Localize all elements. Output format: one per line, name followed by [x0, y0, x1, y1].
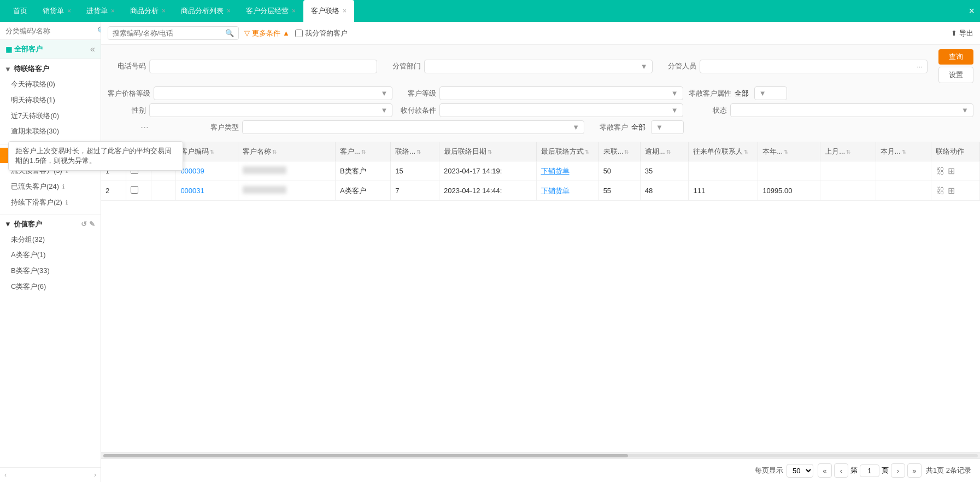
next-page-btn[interactable]: › [891, 463, 905, 478]
per-page-select[interactable]: 50 [787, 464, 813, 478]
sidebar-item-c-class[interactable]: C类客户(6) [0, 279, 101, 295]
sort-cust-icon[interactable]: ⇅ [361, 149, 366, 155]
sidebar-pending-section-title[interactable]: ▼ 待联络客户 [0, 61, 101, 77]
cust-level-select[interactable]: ▼ [439, 86, 683, 100]
dept-select[interactable]: ▼ [424, 60, 652, 73]
refresh-icon[interactable]: ↺ [81, 220, 87, 228]
settings-btn[interactable]: 设置 [938, 67, 973, 83]
manager-dots-icon: ··· [917, 62, 923, 71]
edit-icon[interactable]: ✎ [89, 220, 95, 228]
search-submit-icon[interactable]: 🔍 [221, 29, 238, 37]
filter-cust-level: 客户等级 ▼ [398, 86, 683, 100]
payment-select[interactable]: ▼ [439, 103, 683, 117]
action-link-icon[interactable]: ⛓ [936, 186, 944, 196]
sidebar-item-churned[interactable]: 已流失客户(24) ℹ [0, 179, 101, 195]
status-select[interactable]: ▼ [730, 103, 973, 117]
action-grid-icon[interactable]: ⊞ [948, 166, 955, 176]
retail-attr-select[interactable]: ▼ [754, 86, 787, 100]
sidebar-value-section-title[interactable]: ▼ 价值客户 ↺ ✎ [0, 217, 101, 232]
sort-company-icon[interactable]: ⇅ [744, 149, 748, 155]
sidebar-item-b-class[interactable]: B类客户(33) [0, 263, 101, 279]
nav-product-analysis[interactable]: 商品分析 × [122, 0, 173, 22]
cell-cust-type: B类客户 [335, 161, 390, 181]
page-number-input[interactable] [860, 464, 879, 477]
filter-gender: 性别 ▼ [108, 103, 392, 117]
gender-select[interactable]: ▼ [149, 103, 392, 117]
main-layout: 🔍 ▦ 全部客户 « ▼ 待联络客户 今天待联络(0) 明天待联络(1) 近7天… [0, 22, 980, 482]
sort-code-icon[interactable]: ⇅ [210, 149, 214, 155]
info-icon-3: ℹ [62, 183, 64, 190]
retail-select[interactable]: ▼ [651, 120, 684, 134]
close-customer-contact-tab[interactable]: × [343, 7, 347, 15]
nav-customer-segment[interactable]: 客户分层经营 × [238, 0, 303, 22]
query-btn[interactable]: 查询 [938, 49, 973, 65]
price-level-select[interactable]: ▼ [154, 86, 392, 100]
sort-contact-icon[interactable]: ⇅ [416, 149, 421, 155]
cust-type-select[interactable]: ▼ [242, 120, 584, 134]
nav-sales[interactable]: 销货单 × [35, 0, 79, 22]
th-contact: 联络... ⇅ [391, 142, 439, 161]
export-btn[interactable]: ⬆ 导出 [951, 28, 973, 38]
my-customers-checkbox-wrap[interactable]: 我分管的客户 [295, 28, 348, 38]
phone-input[interactable] [149, 60, 377, 73]
nav-purchase[interactable]: 进货单 × [79, 0, 122, 22]
cell-uncontact: 55 [598, 181, 640, 201]
sort-method-icon[interactable]: ⇅ [585, 149, 589, 155]
sort-overdue-icon[interactable]: ⇅ [666, 149, 671, 155]
action-link-icon[interactable]: ⛓ [936, 166, 944, 176]
info-icon-4: ℹ [66, 199, 68, 206]
sort-uncontact-icon[interactable]: ⇅ [624, 149, 629, 155]
manager-select[interactable]: ··· [700, 60, 928, 73]
sort-name-icon[interactable]: ⇅ [272, 149, 277, 155]
cell-method[interactable]: 下销货单 [536, 181, 598, 201]
table-row: 2 000031 A类客户 7 2023-04-12 14:44: 下销货单 5… [101, 181, 980, 201]
sidebar-search-input[interactable] [5, 27, 97, 35]
sidebar-all-customers-title[interactable]: ▦ 全部客户 [5, 44, 43, 54]
cell-method[interactable]: 下销货单 [536, 161, 598, 181]
sort-year-icon[interactable]: ⇅ [784, 149, 788, 155]
more-conditions-btn[interactable]: ▽ 更多条件 ▲ [244, 28, 290, 38]
last-page-btn[interactable]: » [907, 463, 922, 478]
nav-customer-contact[interactable]: 客户联络 × [303, 0, 354, 22]
dots-label: ··· [140, 121, 149, 133]
sidebar-scroll-right[interactable]: › [94, 471, 96, 479]
close-all-tabs-btn[interactable]: × [969, 5, 975, 17]
sidebar-item-7days[interactable]: 近7天待联络(0) [0, 108, 101, 124]
sidebar-item-today[interactable]: 今天待联络(0) [0, 77, 101, 92]
method-link[interactable]: 下销货单 [541, 187, 570, 195]
sort-thismonth-icon[interactable]: ⇅ [902, 149, 906, 155]
cell-code[interactable]: 000031 [176, 181, 238, 201]
th-name: 客户名称 ⇅ [238, 142, 335, 161]
first-page-btn[interactable]: « [818, 463, 832, 478]
close-product-analysis-tab[interactable]: × [162, 7, 166, 15]
cust-type-arrow-icon: ▼ [572, 123, 579, 131]
th-overdue: 逾期... ⇅ [640, 142, 689, 161]
sort-date-icon[interactable]: ⇅ [488, 149, 492, 155]
sidebar-item-declining[interactable]: 持续下滑客户(2) ℹ [0, 195, 101, 211]
cell-code[interactable]: 000039 [176, 161, 238, 181]
my-customers-checkbox[interactable] [295, 30, 303, 37]
close-purchase-tab[interactable]: × [111, 7, 115, 15]
th-method: 最后联络方式 ⇅ [536, 142, 598, 161]
sidebar-item-ungroup[interactable]: 未分组(32) [0, 232, 101, 248]
sidebar-scroll-left[interactable]: ‹ [4, 471, 7, 479]
cell-contact: 7 [391, 181, 439, 201]
close-product-analysis-list-tab[interactable]: × [227, 7, 231, 15]
action-grid-icon[interactable]: ⊞ [948, 185, 955, 196]
prev-page-btn[interactable]: ‹ [834, 463, 848, 478]
sidebar-item-a-class[interactable]: A类客户(1) [0, 247, 101, 263]
row-checkbox-1[interactable] [131, 186, 138, 194]
scrollbar-thumb[interactable] [103, 454, 628, 457]
close-customer-segment-tab[interactable]: × [292, 7, 296, 15]
nav-product-analysis-list[interactable]: 商品分析列表 × [173, 0, 238, 22]
search-input[interactable] [108, 27, 221, 39]
nav-home[interactable]: 首页 [5, 0, 35, 22]
method-link[interactable]: 下销货单 [541, 167, 570, 175]
sidebar-item-tomorrow[interactable]: 明天待联络(1) [0, 92, 101, 108]
sidebar-search-icon[interactable]: 🔍 [97, 26, 101, 35]
sort-lastmonth-icon[interactable]: ⇅ [846, 149, 850, 155]
close-sales-tab[interactable]: × [67, 7, 71, 15]
horizontal-scrollbar[interactable] [101, 452, 980, 458]
sidebar-collapse-btn[interactable]: « [90, 44, 95, 54]
sidebar-item-overdue[interactable]: 逾期未联络(30) [0, 124, 101, 140]
